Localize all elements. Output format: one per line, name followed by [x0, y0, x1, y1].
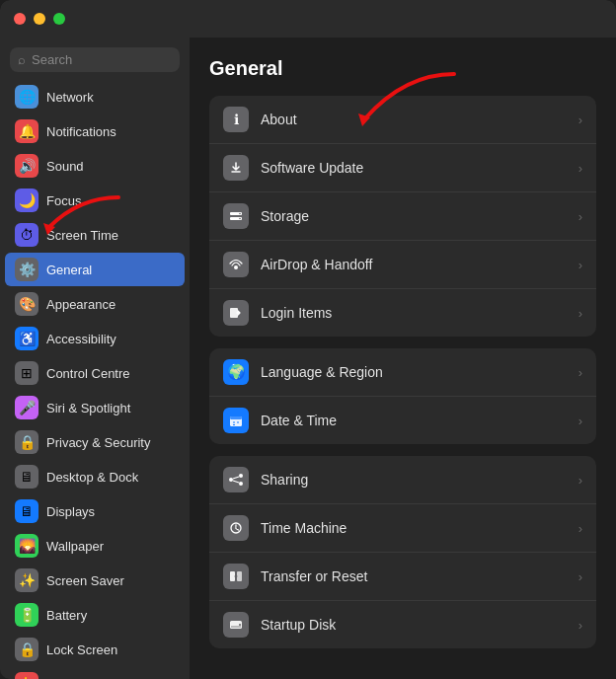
svg-rect-26 [237, 571, 242, 581]
menu-item-language-region[interactable]: 🌍 Language & Region › [209, 348, 596, 397]
sidebar-item-label: General [46, 263, 92, 277]
sidebar-item-screen-saver[interactable]: ✨ Screen Saver [5, 564, 185, 597]
page-title: General [209, 57, 596, 80]
chevron-icon: › [578, 414, 582, 428]
menu-item-about[interactable]: ℹ About › [209, 96, 596, 144]
focus-icon: 🌙 [15, 189, 38, 212]
sidebar-item-label: Accessibility [46, 332, 116, 346]
menu-item-transfer-reset[interactable]: Transfer or Reset › [209, 553, 596, 601]
sidebar-item-label: Screen Saver [46, 573, 124, 588]
sidebar-item-desktop-dock[interactable]: 🖥 Desktop & Dock [5, 460, 185, 493]
date-time-icon [223, 408, 249, 433]
language-region-icon: 🌍 [223, 359, 249, 385]
sidebar-item-label: Control Centre [46, 366, 130, 381]
chevron-icon: › [578, 569, 582, 584]
menu-item-startup-disk[interactable]: Startup Disk › [209, 601, 596, 648]
login-items-label: Login Items [261, 305, 567, 321]
sidebar: ⌕ Search 🌐 Network 🔔 Notifications 🔊 Sou… [0, 38, 190, 679]
maximize-button[interactable] [53, 13, 65, 25]
sidebar-item-label: Network [46, 90, 94, 105]
section-3: Sharing › Time Machine › [209, 456, 596, 648]
software-update-icon [223, 155, 249, 181]
svg-rect-25 [230, 571, 235, 581]
sidebar-item-label: Notifications [46, 124, 116, 139]
lock-screen-icon: 🔒 [15, 638, 38, 661]
chevron-icon: › [578, 618, 582, 633]
search-bar[interactable]: ⌕ Search [10, 47, 180, 72]
time-machine-label: Time Machine [261, 520, 567, 536]
sidebar-item-appearance[interactable]: 🎨 Appearance [5, 287, 185, 321]
menu-item-sharing[interactable]: Sharing › [209, 456, 596, 504]
about-icon: ℹ [223, 107, 249, 132]
menu-item-storage[interactable]: Storage › [209, 192, 596, 241]
airdrop-icon [223, 252, 249, 277]
general-icon: ⚙️ [15, 258, 38, 281]
screen-time-icon: ⏱ [15, 223, 38, 247]
transfer-reset-icon [223, 564, 249, 589]
time-machine-icon [223, 515, 249, 541]
sidebar-item-privacy-security[interactable]: 🔒 Privacy & Security [5, 425, 185, 459]
svg-point-7 [234, 265, 238, 269]
menu-item-airdrop[interactable]: AirDrop & Handoff › [209, 241, 596, 289]
sidebar-item-general[interactable]: ⚙️ General [5, 253, 185, 286]
sidebar-item-label: Privacy & Security [46, 435, 150, 450]
notifications-icon: 🔔 [15, 119, 38, 143]
language-region-label: Language & Region [261, 364, 567, 380]
airdrop-label: AirDrop & Handoff [261, 257, 567, 272]
chevron-icon: › [578, 113, 582, 127]
siri-icon: 🎤 [15, 396, 38, 419]
sidebar-item-battery[interactable]: 🔋 Battery [5, 598, 185, 632]
svg-rect-1 [227, 207, 245, 225]
close-button[interactable] [14, 13, 26, 25]
chevron-icon: › [578, 258, 582, 272]
sidebar-item-screen-time[interactable]: ⏱ Screen Time [5, 218, 185, 252]
sidebar-item-lock-screen[interactable]: 🔒 Lock Screen [5, 633, 185, 666]
sidebar-item-label: Lock Screen [46, 642, 117, 657]
about-label: About [261, 112, 567, 127]
sidebar-item-notifications[interactable]: 🔔 Notifications [5, 114, 185, 148]
touch-id-icon: 👆 [15, 672, 38, 679]
sidebar-item-label: Sound [46, 159, 84, 174]
chevron-icon: › [578, 161, 582, 176]
sidebar-item-wallpaper[interactable]: 🌄 Wallpaper [5, 529, 185, 563]
battery-icon: 🔋 [15, 603, 38, 627]
accessibility-icon: ♿ [15, 327, 38, 350]
minimize-button[interactable] [34, 13, 45, 25]
menu-item-time-machine[interactable]: Time Machine › [209, 504, 596, 553]
sidebar-item-label: Displays [46, 504, 95, 519]
content-area: General ℹ About › Softwar [190, 38, 616, 679]
title-bar [0, 0, 616, 38]
search-placeholder: Search [32, 52, 72, 67]
wallpaper-icon: 🌄 [15, 534, 38, 558]
svg-point-18 [229, 478, 233, 482]
search-icon: ⌕ [18, 52, 26, 67]
sidebar-item-touch-id[interactable]: 👆 Touch ID & Password [5, 667, 185, 679]
sidebar-item-sound[interactable]: 🔊 Sound [5, 149, 185, 183]
sidebar-item-label: Wallpaper [46, 539, 104, 554]
login-items-icon [223, 300, 249, 326]
sharing-label: Sharing [261, 472, 567, 488]
menu-item-software-update[interactable]: Software Update › [209, 144, 596, 192]
startup-disk-icon [223, 612, 249, 638]
svg-rect-6 [227, 256, 245, 273]
privacy-icon: 🔒 [15, 430, 38, 454]
sidebar-item-label: Siri & Spotlight [46, 401, 130, 415]
sidebar-item-displays[interactable]: 🖥 Displays [5, 494, 185, 528]
svg-rect-12 [230, 416, 242, 419]
date-time-label: Date & Time [261, 413, 567, 428]
menu-item-date-time[interactable]: Date & Time › [209, 397, 596, 444]
sidebar-item-focus[interactable]: 🌙 Focus [5, 184, 185, 217]
sidebar-item-label: Screen Time [46, 228, 118, 243]
sidebar-item-accessibility[interactable]: ♿ Accessibility [5, 322, 185, 355]
sidebar-item-control-centre[interactable]: ⊞ Control Centre [5, 356, 185, 390]
sidebar-item[interactable]: 🌐 Network [5, 80, 185, 113]
software-update-label: Software Update [261, 160, 567, 176]
menu-item-login-items[interactable]: Login Items › [209, 289, 596, 337]
displays-icon: 🖥 [15, 499, 38, 523]
chevron-icon: › [578, 521, 582, 536]
sidebar-item-label: Battery [46, 608, 87, 623]
chevron-icon: › [578, 473, 582, 488]
startup-disk-label: Startup Disk [261, 617, 567, 633]
sidebar-item-siri-spotlight[interactable]: 🎤 Siri & Spotlight [5, 391, 185, 424]
desktop-dock-icon: 🖥 [15, 465, 38, 489]
